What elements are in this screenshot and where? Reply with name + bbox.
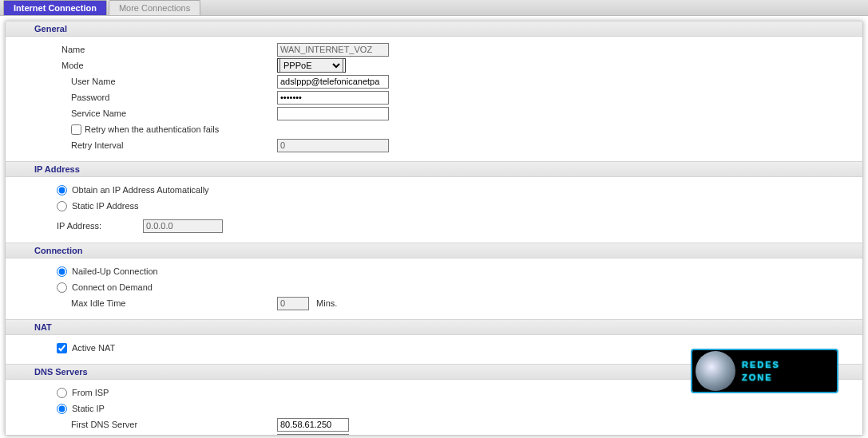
logo-text: REDES ZONE	[742, 358, 780, 384]
section-connection: Nailed-Up Connection Connect on Demand M…	[6, 258, 862, 319]
max-idle-label: Max Idle Time	[6, 298, 277, 308]
section-general: Name Mode PPPoE User Name Password	[6, 37, 862, 161]
password-label: Password	[6, 93, 277, 102]
dns-static-label: Static IP	[72, 404, 105, 413]
dns-from-isp-radio[interactable]	[57, 388, 67, 398]
settings-panel: General Name Mode PPPoE User Name Passwo…	[5, 21, 863, 436]
name-label: Name	[6, 45, 277, 54]
globe-icon	[696, 351, 735, 391]
section-header-connection: Connection	[6, 243, 862, 258]
password-field[interactable]	[277, 91, 389, 105]
first-dns-field[interactable]	[277, 418, 349, 432]
active-nat-label: Active NAT	[72, 343, 115, 353]
retry-interval-label: Retry Interval	[6, 140, 277, 150]
tab-bar: Internet Connection More Connections	[0, 0, 868, 16]
tab-more-connections[interactable]: More Connections	[109, 0, 200, 15]
service-name-label: Service Name	[6, 109, 277, 118]
tab-internet-connection[interactable]: Internet Connection	[3, 0, 107, 15]
service-name-field[interactable]	[277, 107, 389, 120]
second-dns-field[interactable]	[277, 434, 349, 436]
retry-auth-checkbox[interactable]	[71, 124, 81, 135]
name-field[interactable]	[277, 43, 389, 57]
redeszone-logo: REDES ZONE	[691, 349, 838, 393]
first-dns-label: First DNS Server	[6, 420, 277, 429]
ip-auto-label: Obtain an IP Address Automatically	[72, 185, 209, 195]
on-demand-label: Connect on Demand	[72, 282, 153, 292]
max-idle-unit: Mins.	[316, 298, 337, 308]
section-header-nat: NAT	[6, 319, 862, 335]
max-idle-field[interactable]	[277, 297, 309, 310]
ip-static-label: Static IP Address	[72, 201, 139, 211]
mode-select-wrap: PPPoE	[277, 58, 346, 73]
page-root: Internet Connection More Connections Gen…	[0, 0, 868, 438]
retry-auth-label: Retry when the authentication fails	[85, 124, 219, 134]
on-demand-radio[interactable]	[57, 282, 67, 293]
section-header-general: General	[6, 21, 862, 37]
section-header-ip: IP Address	[6, 161, 862, 177]
ip-static-radio[interactable]	[57, 201, 67, 211]
username-field[interactable]	[277, 75, 389, 89]
ip-auto-radio[interactable]	[57, 185, 67, 195]
mode-select[interactable]: PPPoE	[279, 58, 343, 73]
mode-label: Mode	[6, 61, 277, 70]
active-nat-checkbox[interactable]	[57, 343, 67, 353]
dns-static-radio[interactable]	[57, 404, 67, 414]
ip-address-field[interactable]	[143, 219, 223, 233]
nailed-up-label: Nailed-Up Connection	[72, 266, 158, 276]
retry-interval-field[interactable]	[277, 139, 389, 152]
dns-from-isp-label: From ISP	[72, 388, 109, 397]
username-label: User Name	[6, 77, 277, 86]
ip-address-label: IP Address:	[57, 221, 129, 231]
section-ip: Obtain an IP Address Automatically Stati…	[6, 177, 862, 243]
nailed-up-radio[interactable]	[57, 266, 67, 277]
